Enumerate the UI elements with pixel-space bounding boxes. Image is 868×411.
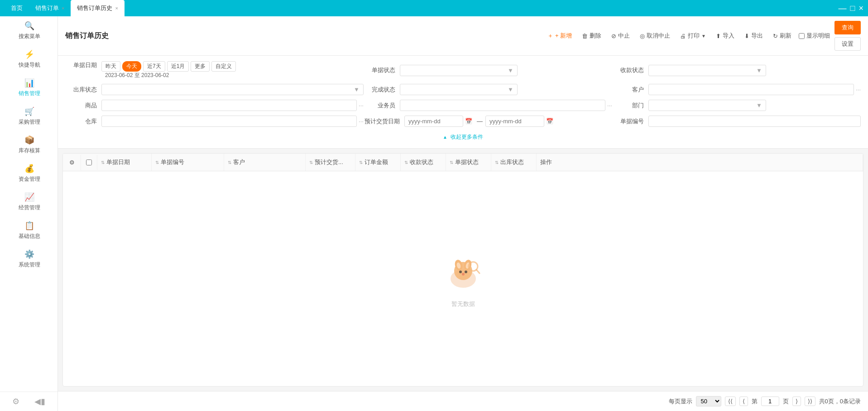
- order-status-chevron: ▼: [508, 67, 513, 74]
- sidebar-item-operations[interactable]: 📈 经营管理: [0, 188, 58, 216]
- th-delivery[interactable]: ⇅ 预计交货...: [306, 154, 355, 171]
- print-button[interactable]: 🖨 打印 ▼: [677, 30, 709, 42]
- complete-status-select[interactable]: ▼: [400, 84, 518, 95]
- top-close-button[interactable]: —: [839, 4, 847, 13]
- delete-button[interactable]: 🗑 删除: [579, 30, 604, 42]
- salesperson-input[interactable]: [400, 100, 605, 111]
- out-status-select[interactable]: ▼: [101, 84, 364, 95]
- refresh-button[interactable]: ↻ 刷新: [770, 30, 794, 42]
- sidebar-item-purchase-mgmt-label: 采购管理: [19, 118, 40, 126]
- sidebar-settings-icon[interactable]: ⚙: [12, 396, 19, 406]
- date-btn-yesterday[interactable]: 昨天: [101, 61, 120, 72]
- out-status-label: 出库状态: [65, 86, 101, 94]
- order-no-input[interactable]: [648, 116, 861, 127]
- payment-status-chevron: ▼: [756, 67, 762, 74]
- th-amount[interactable]: ⇅ 订单金额: [355, 154, 401, 171]
- date-btn-today[interactable]: 今天: [122, 61, 141, 72]
- top-maximize-button[interactable]: □: [850, 4, 855, 13]
- import-button[interactable]: ⬆ 导入: [713, 30, 737, 42]
- salesperson-dots[interactable]: ···: [607, 102, 612, 109]
- toolbar: ＋ + 新增 🗑 删除 ⊘ 中止 ◎ 取消中止 🖨 打印: [545, 21, 861, 51]
- query-button[interactable]: 查询: [834, 21, 861, 34]
- sidebar-volume-icon[interactable]: ◀▮: [34, 396, 45, 406]
- th-order-status-label: 单据状态: [455, 158, 479, 166]
- new-button[interactable]: ＋ + 新增: [545, 30, 575, 42]
- date-btn-more[interactable]: 更多: [191, 61, 210, 72]
- th-date[interactable]: ⇅ 单据日期: [97, 154, 152, 171]
- date-btn-custom[interactable]: 自定义: [211, 61, 236, 72]
- th-amount-label: 订单金额: [364, 158, 388, 166]
- sidebar-item-operations-label: 经营管理: [19, 204, 40, 212]
- th-no-sort-icon: ⇅: [155, 160, 159, 165]
- goods-dots[interactable]: ···: [359, 102, 364, 109]
- tab-home[interactable]: 首页: [5, 0, 29, 16]
- warehouse-input[interactable]: [101, 116, 357, 127]
- cancel-stop-button[interactable]: ◎ 取消中止: [637, 30, 673, 42]
- next-page-button[interactable]: ⟩: [792, 396, 801, 406]
- current-page-input[interactable]: [761, 396, 779, 406]
- out-status-chevron: ▼: [354, 86, 360, 93]
- prev-page-button[interactable]: ⟨: [739, 396, 748, 406]
- tab-sales-order-history-close[interactable]: ×: [115, 5, 118, 11]
- goods-input[interactable]: [101, 100, 357, 111]
- date-btn-1month[interactable]: 近1月: [167, 61, 189, 72]
- main-content: 销售订单历史 ＋ + 新增 🗑 删除 ⊘ 中止 ◎ 取消中止: [58, 16, 868, 411]
- last-page-button[interactable]: ⟩⟩: [805, 396, 815, 406]
- th-out-status[interactable]: ⇅ 出库状态: [491, 154, 537, 171]
- tab-sales-order[interactable]: 销售订单 ×: [29, 0, 71, 16]
- page-label: 页: [783, 397, 789, 406]
- date-btn-7days[interactable]: 近7天: [143, 61, 165, 72]
- sidebar-item-system[interactable]: ⚙️ 系统管理: [0, 245, 58, 273]
- sidebar-item-sales-mgmt[interactable]: 📊 销售管理: [0, 73, 58, 102]
- filter-order-no-group: 单据编号: [612, 116, 861, 127]
- svg-line-10: [476, 270, 480, 273]
- cancel-stop-label: 取消中止: [647, 32, 670, 40]
- sidebar-item-purchase-mgmt[interactable]: 🛒 采购管理: [0, 102, 58, 131]
- sidebar-item-basic-info[interactable]: 📋 基础信息: [0, 216, 58, 245]
- first-page-button[interactable]: ⟨⟨: [725, 396, 736, 406]
- top-exit-button[interactable]: ×: [858, 4, 863, 13]
- th-no[interactable]: ⇅ 单据编号: [152, 154, 224, 171]
- date-quick-buttons: 昨天 今天 近7天 近1月 更多 自定义: [101, 61, 236, 72]
- sidebar-item-quick-nav[interactable]: ⚡ 快捷导航: [0, 45, 58, 73]
- settings-button[interactable]: 设置: [834, 37, 861, 51]
- th-order-status[interactable]: ⇅ 单据状态: [446, 154, 491, 171]
- sidebar-item-finance[interactable]: 💰 资金管理: [0, 159, 58, 188]
- th-customer[interactable]: ⇅ 客户: [224, 154, 306, 171]
- delivery-date-end-cal-icon[interactable]: 📅: [546, 118, 553, 125]
- select-all-checkbox[interactable]: [86, 160, 92, 165]
- page-size-select[interactable]: 50 10 20 100: [696, 396, 721, 406]
- th-pay-status[interactable]: ⇅ 收款状态: [401, 154, 446, 171]
- sidebar-item-search-menu[interactable]: 🔍 搜索菜单: [0, 16, 58, 45]
- delivery-date-end[interactable]: [485, 116, 544, 127]
- customer-input[interactable]: [648, 84, 854, 95]
- tab-sales-order-close[interactable]: ×: [62, 5, 64, 11]
- collapse-button[interactable]: ▲ 收起更多条件: [65, 131, 861, 143]
- salesperson-label: 业务员: [364, 102, 400, 110]
- sidebar-item-inventory[interactable]: 📦 库存核算: [0, 131, 58, 159]
- system-icon: ⚙️: [24, 249, 34, 259]
- th-action-label: 操作: [540, 158, 552, 166]
- filter-complete-status-group: 完成状态 ▼: [364, 84, 612, 95]
- export-label: 导出: [751, 32, 763, 40]
- th-gear[interactable]: ⚙: [63, 155, 81, 170]
- delivery-date-start-cal-icon[interactable]: 📅: [465, 118, 472, 125]
- show-detail-checkbox[interactable]: [799, 33, 805, 39]
- th-checkbox[interactable]: [81, 155, 97, 170]
- customer-dots[interactable]: ···: [856, 86, 861, 93]
- export-button[interactable]: ⬇ 导出: [742, 30, 766, 42]
- tab-sales-order-history[interactable]: 销售订单历史 ×: [71, 0, 124, 16]
- warehouse-dots[interactable]: ···: [359, 118, 364, 125]
- operations-icon: 📈: [24, 192, 34, 202]
- filter-payment-status-group: 收款状态 ▼: [612, 65, 861, 76]
- page-size-label: 每页显示: [669, 397, 692, 406]
- payment-status-select[interactable]: ▼: [648, 65, 766, 76]
- stop-button[interactable]: ⊘ 中止: [609, 30, 633, 42]
- dept-select[interactable]: ▼: [648, 100, 766, 111]
- filter-date-group: 单据日期 昨天 今天 近7天 近1月 更多 自定义 2023-06-02 至 2…: [65, 61, 364, 79]
- order-status-select[interactable]: ▼: [400, 65, 518, 76]
- show-detail-checkbox-label[interactable]: 显示明细: [799, 32, 830, 40]
- purchase-mgmt-icon: 🛒: [24, 106, 34, 116]
- delivery-date-start[interactable]: [404, 116, 463, 127]
- sidebar: 🔍 搜索菜单 ⚡ 快捷导航 📊 销售管理 🛒 采购管理 📦 库存核算 💰 资金管…: [0, 16, 58, 411]
